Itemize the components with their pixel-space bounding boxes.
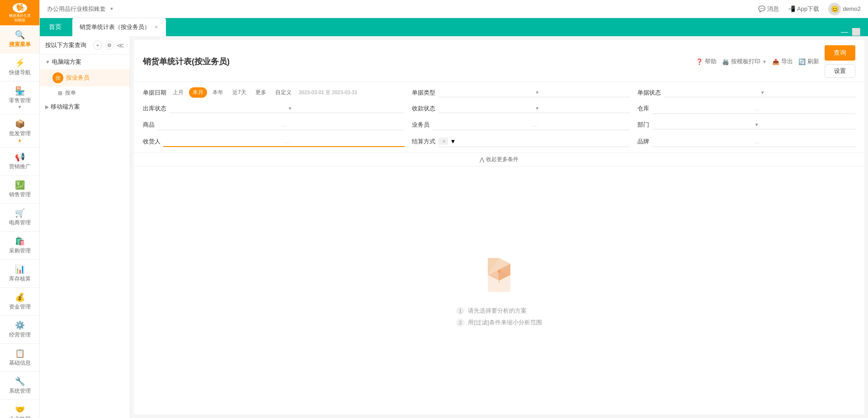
user-profile-btn[interactable]: 😊 demo2 xyxy=(828,3,861,15)
sidebar-item-ecommerce[interactable]: 🛒 电商管理 xyxy=(0,204,39,232)
sidebar-item-wholesale[interactable]: 📦 批发管理 ▲ xyxy=(0,114,39,147)
delivery-arrow: ▼ xyxy=(288,106,405,111)
filter-date: 单据日期 上月 本月 本年 近7天 更多 自定义 2023-03-01 至 20… xyxy=(143,87,405,98)
avatar: 😊 xyxy=(828,3,841,15)
date-btn-thisyear[interactable]: 本年 xyxy=(209,87,227,98)
settings-button[interactable]: 设置 xyxy=(825,64,855,78)
account-dropdown-arrow[interactable]: ▼ xyxy=(109,6,114,11)
sidebar-item-basic[interactable]: 📋 基础信息 xyxy=(0,344,39,372)
salesman-dropdown[interactable]: ... xyxy=(432,121,630,128)
filter-area: 单据日期 上月 本月 本年 近7天 更多 自定义 2023-03-01 至 20… xyxy=(134,82,864,153)
date-filter-controls: 上月 本月 本年 近7天 更多 自定义 2023-03-01 至 2023-03… xyxy=(169,87,357,98)
logo-icon: 畅 xyxy=(13,3,27,13)
username-label: demo2 xyxy=(843,5,861,12)
account-title: 办公用品行业模拟账套 xyxy=(47,5,106,13)
dept-dropdown[interactable]: ▼ xyxy=(652,122,856,127)
top-bar: 办公用品行业模拟账套 ▼ 💬 消息 📲 App下载 😊 demo2 xyxy=(40,0,868,18)
warehouse-dots[interactable]: ... xyxy=(755,105,855,112)
consignee-label: 收货人 xyxy=(143,138,160,146)
sales-icon: 💹 xyxy=(15,180,25,190)
filter-row-2: 出库状态 ▼ 收款状态 ▼ xyxy=(143,103,855,114)
help-btn[interactable]: ❓ 帮助 xyxy=(696,57,717,66)
doctype-dropdown[interactable]: ▼ xyxy=(438,90,630,95)
tree-group-mobile[interactable]: ▶ 移动端方案 xyxy=(40,100,130,114)
collapse-panel-btn[interactable]: ≪ xyxy=(117,41,124,50)
sidebar-item-sales[interactable]: 💹 销售管理 xyxy=(0,176,39,204)
refresh-btn[interactable]: 🔄 刷新 xyxy=(798,57,819,66)
sidebar-item-retail[interactable]: 🏪 零售管理 ▼ xyxy=(0,81,39,114)
left-panel-title: 按以下方案查询 xyxy=(45,41,86,49)
hint-text-2: 用[过滤]条件来缩小分析范围 xyxy=(468,318,542,327)
search-icon: 🔍 xyxy=(15,30,25,40)
left-panel-header: 按以下方案查询 + ⚙ ≪ xyxy=(40,36,130,55)
app-download-btn[interactable]: 📲 App下载 xyxy=(788,5,819,13)
date-btn-more[interactable]: 更多 xyxy=(252,87,270,98)
salesman-dots[interactable]: ... xyxy=(532,121,630,128)
query-button[interactable]: 查询 xyxy=(825,45,855,61)
sidebar-item-finance[interactable]: 💰 资金管理 xyxy=(0,288,39,316)
tree-group-desktop-label: 电脑端方案 xyxy=(52,58,81,66)
sidebar: 畅 畅捷通好生意 标赋版 🔍 搜索菜单 ⚡ 快捷导航 🏪 零售管理 ▼ 📦 批发… xyxy=(0,0,40,418)
sidebar-item-search[interactable]: 🔍 搜索菜单 xyxy=(0,25,39,53)
sidebar-item-inventory[interactable]: 📊 库存核算 xyxy=(0,260,39,288)
print-icon: 🖨️ xyxy=(722,58,729,65)
finance-icon: 💰 xyxy=(15,292,25,302)
sidebar-item-operations[interactable]: ⚙️ 经营管理 xyxy=(0,316,39,344)
brand-control: ... xyxy=(652,136,856,147)
delivery-dropdown[interactable]: ▼ xyxy=(169,106,405,111)
export-btn[interactable]: 📤 导出 xyxy=(772,57,793,66)
sidebar-item-quicknav[interactable]: ⚡ 快捷导航 xyxy=(0,53,39,81)
delivery-label: 出库状态 xyxy=(143,104,166,113)
warehouse-dropdown[interactable]: ... xyxy=(652,105,856,112)
sidebar-item-marketing-label: 营销推广 xyxy=(9,163,31,171)
tree-toggle-mobile: ▶ xyxy=(45,104,49,110)
tab-sales-summary[interactable]: 销货单统计表（按业务员） × xyxy=(72,18,166,36)
brand-dropdown[interactable]: ... xyxy=(652,138,856,145)
sidebar-item-marketing[interactable]: 📢 营销推广 xyxy=(0,147,39,176)
salesman-label: 业务员 xyxy=(412,121,429,129)
message-icon: 💬 xyxy=(758,5,765,12)
consignee-dropdown[interactable]: ... xyxy=(163,138,405,144)
date-btn-thismonth[interactable]: 本月 xyxy=(189,87,207,98)
tab-bar-actions: — ⬜ xyxy=(841,28,868,36)
tree-item-by-salesman[interactable]: 按 按业务员 xyxy=(40,69,130,86)
top-bar-left: 办公用品行业模拟账套 ▼ xyxy=(47,5,114,13)
notifications-btn[interactable]: 💬 消息 xyxy=(758,5,779,13)
date-btn-custom[interactable]: 自定义 xyxy=(272,87,295,98)
sidebar-item-system[interactable]: 🔧 系统管理 xyxy=(0,372,39,400)
payment-dropdown[interactable]: ▼ xyxy=(438,106,630,111)
window-minimize-icon[interactable]: — xyxy=(841,28,848,36)
settlement-label: 结算方式 xyxy=(412,138,435,146)
content-area: 按以下方案查询 + ⚙ ≪ ▼ 电脑端方案 按 按业务员 ⊞ 按单 xyxy=(40,36,868,418)
date-btn-7days[interactable]: 近7天 xyxy=(229,87,250,98)
sidebar-item-purchase[interactable]: 🛍️ 采购管理 xyxy=(0,232,39,260)
settlement-clear-btn[interactable]: × xyxy=(443,138,445,144)
main-area: 办公用品行业模拟账套 ▼ 💬 消息 📲 App下载 😊 demo2 首页 xyxy=(40,0,868,418)
template-print-arrow: ▼ xyxy=(762,59,767,64)
add-scheme-btn[interactable]: + xyxy=(93,41,102,50)
refresh-label: 刷新 xyxy=(807,57,819,66)
left-panel: 按以下方案查询 + ⚙ ≪ ▼ 电脑端方案 按 按业务员 ⊞ 按单 xyxy=(40,36,130,418)
tab-close-icon[interactable]: × xyxy=(154,23,159,31)
settings-scheme-btn[interactable]: ⚙ xyxy=(105,41,114,50)
date-btn-lastmonth[interactable]: 上月 xyxy=(169,87,187,98)
consignee-dots[interactable]: ... xyxy=(285,138,405,144)
payment-label: 收款状态 xyxy=(412,104,435,113)
tree-item-by-doc[interactable]: ⊞ 按单 xyxy=(40,86,130,100)
export-label: 导出 xyxy=(781,57,793,66)
collapse-conditions-btn[interactable]: ⋀ 收起更多条件 xyxy=(480,156,519,163)
goods-dropdown[interactable]: ... xyxy=(157,121,405,128)
goods-dots[interactable]: ... xyxy=(282,121,405,128)
tab-home[interactable]: 首页 xyxy=(40,18,71,36)
filter-salesman: 业务员 ... xyxy=(412,119,630,130)
settlement-content: × ▼ xyxy=(438,138,630,145)
tree-group-desktop[interactable]: ▼ 电脑端方案 xyxy=(40,55,130,69)
page-title-bar: 销货单统计表(按业务员) ❓ 帮助 🖨️ 按模板打印 ▼ 📤 导出 xyxy=(134,40,864,82)
brand-dots[interactable]: ... xyxy=(755,138,855,145)
docstatus-dropdown[interactable]: ▼ xyxy=(664,90,856,95)
template-print-btn[interactable]: 🖨️ 按模板打印 ▼ xyxy=(722,57,767,66)
sidebar-item-enterprise[interactable]: 🤝 企业协同 xyxy=(0,400,39,418)
settlement-arrow[interactable]: ▼ xyxy=(450,138,456,145)
window-maximize-icon[interactable]: ⬜ xyxy=(852,28,861,36)
sidebar-item-inventory-label: 库存核算 xyxy=(9,275,31,283)
